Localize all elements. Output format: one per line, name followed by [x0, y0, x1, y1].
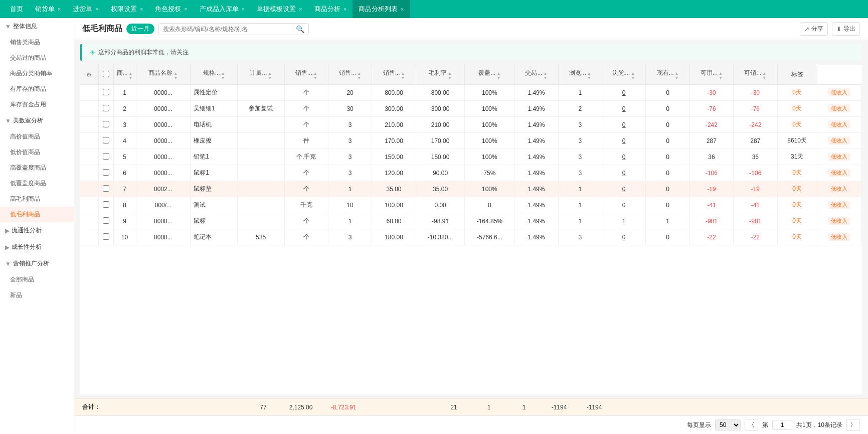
row-browse1[interactable]: 1: [602, 213, 646, 229]
row-settings[interactable]: [80, 117, 98, 133]
row-unit: 千克: [284, 197, 328, 213]
row-stock2: 36: [734, 149, 777, 165]
row-browse1[interactable]: 0: [602, 117, 646, 133]
export-button[interactable]: ⬇ 导出: [832, 22, 860, 36]
row-checkbox[interactable]: [103, 153, 109, 160]
search-input[interactable]: [163, 26, 296, 33]
col-trade[interactable]: 交易...▲▼: [514, 65, 558, 85]
col-coverage[interactable]: 覆盖...▲▼: [465, 65, 514, 85]
row-browse1[interactable]: 0: [602, 85, 646, 101]
next-page-button[interactable]: 〉: [846, 419, 860, 431]
close-icon[interactable]: ×: [184, 6, 187, 12]
row-browse1[interactable]: 0: [602, 181, 646, 197]
col-unit[interactable]: 计量...▲▼: [237, 65, 284, 85]
col-gross[interactable]: 毛利率▲▼: [416, 65, 465, 85]
row-browse1[interactable]: 0: [602, 133, 646, 149]
col-code[interactable]: 商...▲▼: [113, 65, 136, 85]
share-button[interactable]: ↗ 分享: [800, 22, 828, 36]
nav-templates[interactable]: 单据模板设置 ×: [251, 0, 308, 18]
row-sales2: 150.00: [372, 149, 416, 165]
close-icon[interactable]: ×: [95, 6, 98, 12]
sidebar-section-overall[interactable]: ▼ 整体信息: [0, 18, 74, 35]
row-checkbox[interactable]: [103, 105, 109, 111]
close-icon[interactable]: ×: [58, 6, 61, 12]
row-settings[interactable]: [80, 101, 98, 117]
col-sales3[interactable]: 销售...▲▼: [372, 65, 416, 85]
row-checkbox-cell: [98, 181, 113, 197]
row-checkbox[interactable]: [103, 201, 109, 208]
col-spec[interactable]: 规格...▲▼: [191, 65, 238, 85]
row-checkbox[interactable]: [103, 233, 109, 240]
page-number-input[interactable]: [772, 420, 792, 430]
nav-purchase[interactable]: 进货单 ×: [67, 0, 104, 18]
sidebar-section-growth[interactable]: ▶ 成长性分析: [0, 239, 74, 255]
sidebar-item-high-value[interactable]: 高价值商品: [0, 129, 74, 144]
col-sales2[interactable]: 销售...▲▼: [328, 65, 372, 85]
col-stock3[interactable]: 可销...▲▼: [734, 65, 777, 85]
row-browse1[interactable]: 0: [602, 165, 646, 181]
data-table-container[interactable]: ⚙ 商...▲▼ 商品名称▲▼ 规格...▲▼ 计量...▲▼ 销售...▲▼ …: [80, 65, 862, 394]
row-browse1[interactable]: 0: [602, 101, 646, 117]
row-checkbox[interactable]: [103, 137, 109, 143]
row-browse1[interactable]: 0: [602, 229, 646, 245]
close-icon[interactable]: ×: [140, 6, 143, 12]
row-settings[interactable]: [80, 149, 98, 165]
select-all-checkbox[interactable]: [103, 71, 109, 77]
close-icon[interactable]: ×: [401, 6, 404, 12]
nav-roles[interactable]: 角色授权 ×: [149, 0, 193, 18]
sidebar-item-low-coverage[interactable]: 低覆盖度商品: [0, 176, 74, 191]
row-settings[interactable]: [80, 213, 98, 229]
close-icon[interactable]: ×: [242, 6, 245, 12]
nav-permissions[interactable]: 权限设置 ×: [105, 0, 149, 18]
search-icon[interactable]: 🔍: [296, 25, 304, 33]
row-checkbox[interactable]: [103, 169, 109, 176]
row-settings[interactable]: [80, 85, 98, 101]
nav-analysis[interactable]: 商品分析 ×: [308, 0, 353, 18]
row-settings[interactable]: [80, 229, 98, 245]
col-browse2[interactable]: 浏览...▲▼: [602, 65, 646, 85]
sidebar-item-in-stock[interactable]: 有库存的商品: [0, 81, 74, 97]
per-page-select[interactable]: 50 20 100: [715, 419, 741, 430]
row-checkbox[interactable]: [103, 217, 109, 224]
col-tag[interactable]: 标签: [777, 65, 817, 85]
time-filter-badge[interactable]: 近一月: [126, 24, 154, 34]
sidebar-item-capital[interactable]: 库存资金占用: [0, 97, 74, 112]
prev-page-button[interactable]: 〈: [745, 419, 758, 431]
row-settings[interactable]: [80, 181, 98, 197]
sidebar-item-low-value[interactable]: 低价值商品: [0, 144, 74, 160]
col-name[interactable]: 商品名称▲▼: [136, 65, 191, 85]
row-browse1[interactable]: 0: [602, 197, 646, 213]
nav-products[interactable]: 产成品入库单 ×: [194, 0, 251, 18]
sidebar-section-beauty[interactable]: ▼ 美数室分析: [0, 112, 74, 129]
sidebar-item-new-goods[interactable]: 新品: [0, 287, 74, 303]
col-stock2[interactable]: 可用...▲▼: [689, 65, 733, 85]
row-trade: 1: [558, 85, 602, 101]
sidebar-item-sales-goods[interactable]: 销售类商品: [0, 35, 74, 50]
row-browse1[interactable]: 0: [602, 149, 646, 165]
row-settings[interactable]: [80, 133, 98, 149]
close-icon[interactable]: ×: [299, 6, 302, 12]
nav-sales[interactable]: 销货单 ×: [29, 0, 67, 18]
row-checkbox[interactable]: [103, 121, 109, 127]
sidebar-item-all-goods[interactable]: 全部商品: [0, 272, 74, 287]
row-checkbox[interactable]: [103, 185, 109, 192]
close-icon[interactable]: ×: [343, 6, 346, 12]
row-browse2: 0: [646, 133, 689, 149]
col-stock1[interactable]: 现有...▲▼: [646, 65, 689, 85]
sidebar-item-traded-goods[interactable]: 交易过的商品: [0, 50, 74, 66]
col-sales1[interactable]: 销售...▲▼: [284, 65, 328, 85]
sidebar-section-marketing[interactable]: ▼ 营销推广分析: [0, 255, 74, 272]
col-settings[interactable]: ⚙: [80, 65, 98, 85]
sidebar-item-high-coverage[interactable]: 高覆盖度商品: [0, 160, 74, 176]
row-settings[interactable]: [80, 165, 98, 181]
sidebar-item-category-rate[interactable]: 商品分类助销率: [0, 66, 74, 81]
col-browse1[interactable]: 浏览...▲▼: [558, 65, 602, 85]
col-checkbox[interactable]: [98, 65, 113, 85]
row-settings[interactable]: [80, 197, 98, 213]
row-checkbox[interactable]: [103, 89, 109, 95]
nav-analysis-list[interactable]: 商品分析列表 ×: [353, 0, 410, 18]
nav-home[interactable]: 首页: [4, 0, 29, 18]
sidebar-item-high-margin[interactable]: 高毛利商品: [0, 191, 74, 207]
sidebar-item-low-margin[interactable]: 低毛利商品: [0, 207, 74, 222]
sidebar-section-flow[interactable]: ▶ 流通性分析: [0, 222, 74, 239]
